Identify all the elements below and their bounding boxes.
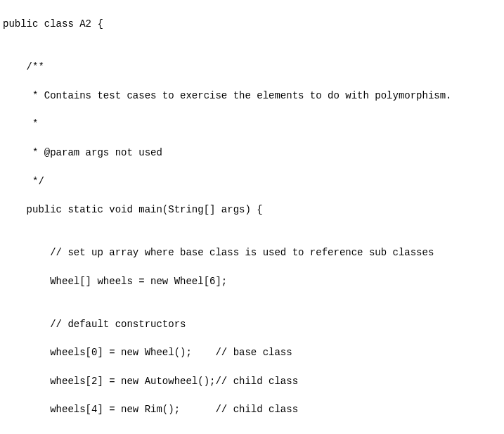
code-block: public class A2 { /** * Contains test ca…	[0, 0, 504, 434]
code-line: // default constructors	[3, 317, 504, 331]
code-line: wheels[2] = new Autowheel();// child cla…	[3, 374, 504, 388]
code-line: * Contains test cases to exercise the el…	[3, 89, 504, 103]
code-line: *	[3, 117, 504, 131]
code-line: public static void main(String[] args) {	[3, 203, 504, 217]
code-line: public class A2 {	[3, 17, 504, 31]
code-line: * @param args not used	[3, 146, 504, 160]
code-line: /**	[3, 60, 504, 74]
code-line: */	[3, 174, 504, 189]
code-line: wheels[0] = new Wheel(); // base class	[3, 345, 504, 359]
code-line: Wheel[] wheels = new Wheel[6];	[3, 274, 504, 288]
code-line: // set up array where base class is used…	[3, 245, 504, 260]
code-line: wheels[4] = new Rim(); // child class	[3, 402, 504, 416]
